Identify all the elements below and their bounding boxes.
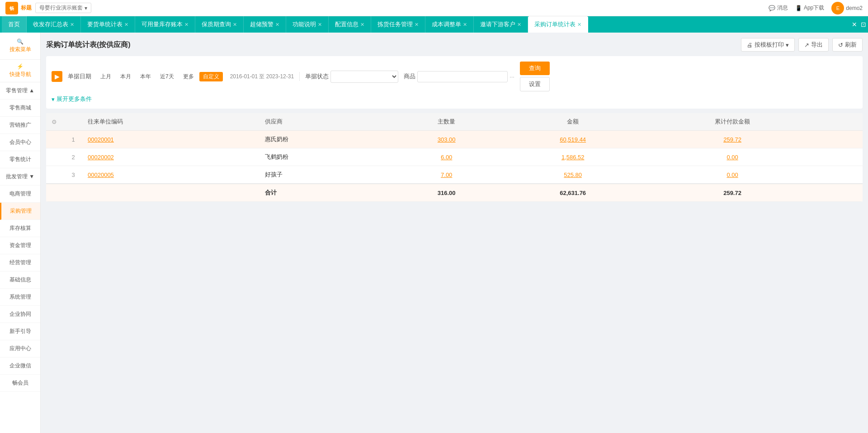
tab-receive-summary-label: 收发存汇总表 xyxy=(33,20,68,29)
cell-paid-amount[interactable]: 0.00 xyxy=(644,166,821,184)
sidebar-item-label: 电商管理 xyxy=(9,190,31,198)
workspace-name: 母婴行业演示账套 xyxy=(39,4,83,12)
template-print-button[interactable]: 🖨 按模板打印 ▾ xyxy=(741,38,795,52)
goods-input[interactable] xyxy=(417,71,508,82)
cell-amount[interactable]: 1,586.52 xyxy=(502,148,644,166)
sidebar-item-label: 基础信息 xyxy=(9,276,31,284)
tab-warranty-query[interactable]: 保质期查询 ✕ xyxy=(195,16,244,33)
sidebar-item-ecommerce[interactable]: 电商管理 xyxy=(0,186,40,203)
quick-nav-button[interactable]: ⚡ 快捷导航 xyxy=(0,60,40,82)
sidebar-item-retail[interactable]: 零售管理 ▲ xyxy=(0,82,40,100)
sidebar-item-purchase[interactable]: 采购管理 xyxy=(0,203,40,220)
sidebar-item-vip[interactable]: 畅会员 xyxy=(0,375,40,392)
export-button[interactable]: ↗ 导出 xyxy=(798,38,829,52)
tab-home[interactable]: 首页 xyxy=(2,16,27,33)
status-select[interactable] xyxy=(330,71,398,83)
cell-main-qty[interactable]: 303.00 xyxy=(391,131,502,148)
page-title: 采购订单统计表(按供应商) xyxy=(46,40,131,50)
tab-config-info[interactable]: 配置信息 ✕ xyxy=(329,16,371,33)
expand-more-button[interactable]: ▾ 展开更多条件 xyxy=(52,95,857,103)
cell-main-qty[interactable]: 6.00 xyxy=(391,148,502,166)
btn-refresh-label: 刷新 xyxy=(845,41,857,49)
sidebar-item-operation[interactable]: 经营管理 xyxy=(0,254,40,271)
close-icon[interactable]: ✕ xyxy=(275,22,279,28)
tab-config-label: 配置信息 xyxy=(335,20,359,29)
search-menu-button[interactable]: 🔍 搜索菜单 xyxy=(4,36,37,56)
content-area: 采购订单统计表(按供应商) 🖨 按模板打印 ▾ ↗ 导出 ↺ 刷新 xyxy=(41,33,868,433)
tab-function-desc[interactable]: 功能说明 ✕ xyxy=(286,16,329,33)
sidebar-item-wholesale[interactable]: 批发管理 ▼ xyxy=(0,168,40,186)
refresh-button[interactable]: ↺ 刷新 xyxy=(832,38,863,52)
sidebar-item-retail-stat[interactable]: 零售统计 xyxy=(0,151,40,168)
cell-unit-code[interactable]: 00020001 xyxy=(82,131,259,148)
cell-unit-code[interactable]: 00020005 xyxy=(82,166,259,184)
sidebar-item-app-center[interactable]: 应用中心 xyxy=(0,340,40,357)
user-area[interactable]: E demo2 xyxy=(831,2,863,14)
sidebar-item-wechat[interactable]: 企业微信 xyxy=(0,357,40,375)
close-icon[interactable]: ✕ xyxy=(318,22,322,28)
close-icon[interactable]: ✕ xyxy=(70,22,74,28)
cell-paid-amount[interactable]: 259.72 xyxy=(644,131,821,148)
tab-order-summary-label: 要货单统计表 xyxy=(87,20,123,29)
app-download-button[interactable]: 📱 App下载 xyxy=(795,4,824,12)
close-window-icon[interactable]: ✕ xyxy=(852,21,857,28)
sidebar-item-retail-shop[interactable]: 零售商城 xyxy=(0,100,40,117)
sidebar-item-finance[interactable]: 资金管理 xyxy=(0,237,40,254)
export-icon: ↗ xyxy=(804,42,809,48)
close-icon[interactable]: ✕ xyxy=(577,22,581,28)
th-extra xyxy=(821,113,863,131)
sidebar-item-label: 企业协同 xyxy=(9,310,31,318)
close-icon[interactable]: ✕ xyxy=(184,22,189,28)
svg-text:畅: 畅 xyxy=(9,6,14,11)
close-icon[interactable]: ✕ xyxy=(517,22,521,28)
close-icon[interactable]: ✕ xyxy=(415,22,419,28)
tab-overstock-warning[interactable]: 超储预警 ✕ xyxy=(244,16,286,33)
shortcut-more[interactable]: 更多 xyxy=(179,72,198,81)
sidebar-item-stock[interactable]: 库存核算 xyxy=(0,220,40,237)
shortcut-this-month[interactable]: 本月 xyxy=(117,72,135,81)
sidebar-item-system[interactable]: 系统管理 xyxy=(0,289,40,306)
tab-invite-label: 邀请下游客户 xyxy=(480,20,515,29)
cell-unit-code[interactable]: 00020002 xyxy=(82,148,259,166)
settings-button[interactable]: 设置 xyxy=(520,77,550,91)
maximize-icon[interactable]: ⊡ xyxy=(861,21,866,28)
search-button[interactable]: 查询 xyxy=(520,62,550,75)
tab-cost-adjust[interactable]: 成本调整单 ✕ xyxy=(425,16,474,33)
cell-paid-amount[interactable]: 0.00 xyxy=(644,148,821,166)
sidebar-item-label: 应用中心 xyxy=(9,345,31,352)
tab-pick-task[interactable]: 拣货任务管理 ✕ xyxy=(371,16,425,33)
tab-order-summary[interactable]: 要货单统计表 ✕ xyxy=(81,16,135,33)
column-settings-icon[interactable]: ⚙ xyxy=(52,119,57,125)
tab-receive-summary[interactable]: 收发存汇总表 ✕ xyxy=(27,16,81,33)
sidebar-item-newbie[interactable]: 新手引导 xyxy=(0,323,40,340)
cell-supplier: 好孩子 xyxy=(259,166,392,184)
close-icon[interactable]: ✕ xyxy=(360,22,364,28)
sidebar-item-basic[interactable]: 基础信息 xyxy=(0,271,40,289)
tab-available-stock[interactable]: 可用量库存账本 ✕ xyxy=(135,16,195,33)
workspace-selector[interactable]: 母婴行业演示账套 ▾ xyxy=(35,3,91,13)
message-button[interactable]: 💬 消息 xyxy=(769,4,788,12)
tab-invite-customer[interactable]: 邀请下游客户 ✕ xyxy=(474,16,528,33)
cell-amount[interactable]: 525.80 xyxy=(502,166,644,184)
sidebar-item-member[interactable]: 会员中心 xyxy=(0,134,40,151)
sidebar-item-marketing[interactable]: 营销推广 xyxy=(0,117,40,134)
sidebar-item-label: 营销推广 xyxy=(9,121,31,129)
close-icon[interactable]: ✕ xyxy=(124,22,128,28)
shortcut-last-month[interactable]: 上月 xyxy=(97,72,115,81)
filter-panel: ▶ 单据日期 上月 本月 本年 近7天 更多 自定义 2016-01-01 至 … xyxy=(46,56,863,109)
filter-toggle-button[interactable]: ▶ xyxy=(52,71,62,82)
cell-amount[interactable]: 60,519.44 xyxy=(502,131,644,148)
cell-row-num: 3 xyxy=(64,166,82,184)
footer-main-qty: 316.00 xyxy=(391,184,502,202)
custom-date-badge[interactable]: 自定义 xyxy=(199,72,223,81)
shortcut-7days[interactable]: 近7天 xyxy=(156,72,178,81)
more-options-icon[interactable]: ··· xyxy=(509,73,514,80)
shortcut-this-year[interactable]: 本年 xyxy=(137,72,155,81)
sidebar-item-label: 采购管理 xyxy=(10,207,32,215)
tab-purchase-summary[interactable]: 采购订单统计表 ✕ xyxy=(528,16,588,33)
table-container: ⚙ 往来单位编码 供应商 主数量 金额 累计付款金额 1 xyxy=(46,113,863,202)
close-icon[interactable]: ✕ xyxy=(463,22,467,28)
cell-main-qty[interactable]: 7.00 xyxy=(391,166,502,184)
sidebar-item-enterprise[interactable]: 企业协同 xyxy=(0,306,40,323)
close-icon[interactable]: ✕ xyxy=(233,22,237,28)
